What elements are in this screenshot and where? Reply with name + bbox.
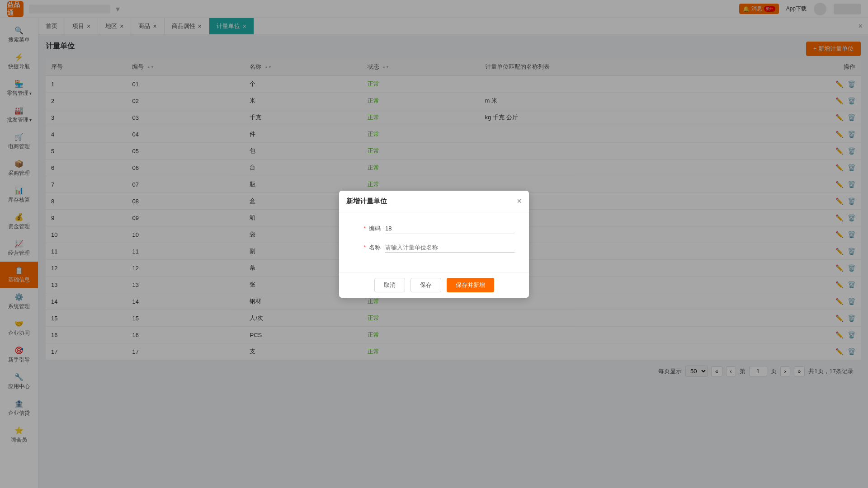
dialog-title: 新增计量单位 xyxy=(346,197,387,206)
cancel-button[interactable]: 取消 xyxy=(374,278,405,292)
dialog-body: * 编码 18 * 名称 xyxy=(339,212,529,272)
save-button[interactable]: 保存 xyxy=(410,278,441,292)
dialog-footer: 取消 保存 保存并新增 xyxy=(339,272,529,298)
required-asterisk: * xyxy=(363,225,366,232)
save-and-new-button[interactable]: 保存并新增 xyxy=(447,278,494,292)
code-label: * 编码 xyxy=(354,225,381,233)
add-unit-dialog: 新增计量单位 × * 编码 18 * 名称 取消 保存 保存并新增 xyxy=(339,191,529,298)
form-row-name: * 名称 xyxy=(354,242,514,253)
required-asterisk-2: * xyxy=(363,244,366,251)
modal-overlay[interactable]: 新增计量单位 × * 编码 18 * 名称 取消 保存 保存并新增 xyxy=(0,0,868,488)
dialog-header: 新增计量单位 × xyxy=(339,191,529,212)
code-input[interactable]: 18 xyxy=(385,223,514,234)
form-row-code: * 编码 18 xyxy=(354,223,514,234)
name-label: * 名称 xyxy=(354,244,381,252)
dialog-close-button[interactable]: × xyxy=(517,197,522,205)
name-input[interactable] xyxy=(385,242,514,253)
